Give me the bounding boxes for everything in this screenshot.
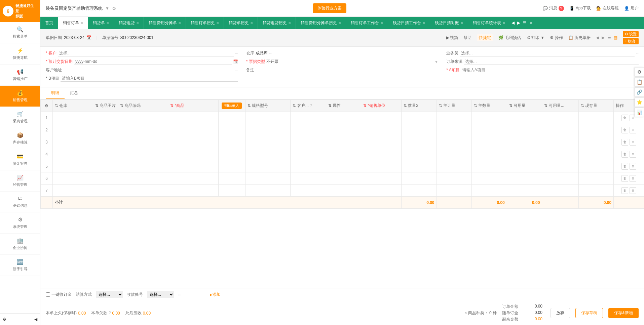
th-avail[interactable]: ⇅ 可用量: [507, 100, 542, 112]
row-spec[interactable]: [245, 112, 291, 124]
notes-input[interactable]: [256, 67, 439, 73]
app-download-btn[interactable]: 📱 App下载: [569, 5, 591, 11]
copy-row-btn[interactable]: ⊕: [630, 187, 636, 194]
right-star-btn[interactable]: ⭐: [635, 97, 644, 107]
row-code[interactable]: [118, 112, 168, 124]
row-qty2[interactable]: [401, 112, 437, 124]
sidebar-item-enterprise[interactable]: 🏢 企业协同: [0, 234, 40, 255]
row-unit[interactable]: [361, 112, 402, 124]
tab-close-icon[interactable]: ✕: [216, 21, 219, 25]
delete-row-btn[interactable]: 🗑: [621, 187, 628, 194]
th-avail2[interactable]: ⇅ 可用量...: [542, 100, 578, 112]
delete-row-btn[interactable]: 🗑: [621, 163, 628, 170]
delete-row-btn[interactable]: 🗑: [621, 127, 628, 133]
row-attr[interactable]: [326, 112, 361, 124]
print-btn[interactable]: 🖨 打印 ▼: [526, 35, 545, 41]
tab-sales-order-history[interactable]: 销售订单历史 ✕: [186, 17, 224, 29]
row-customer-code[interactable]: [291, 112, 326, 124]
th-stock[interactable]: ⇅ 现存量: [578, 100, 614, 112]
tab-close-icon[interactable]: ✕: [178, 21, 181, 25]
tab-sales-expense[interactable]: 销售费用分摊单 ✕: [144, 17, 186, 29]
th-image[interactable]: ⇅ 商品图片: [93, 100, 118, 112]
sidebar-item-purchase[interactable]: 🛒 采购管理: [0, 107, 40, 128]
deposit-amount[interactable]: 0.00: [185, 292, 205, 297]
row-product[interactable]: [168, 112, 218, 124]
nav-prev-icon[interactable]: ◀: [596, 35, 599, 40]
profit-btn[interactable]: 🌿 毛利预估: [498, 35, 521, 41]
tab-close-icon[interactable]: ✕: [338, 21, 341, 25]
tab-summary[interactable]: 汇总: [65, 87, 83, 99]
tab-workbench[interactable]: 销售订单工作台 ✕: [346, 17, 388, 29]
row-attr[interactable]: [326, 124, 361, 136]
copy-row-btn[interactable]: ⊕: [630, 139, 636, 146]
save-draft-btn[interactable]: 保存草稿: [575, 308, 603, 318]
th-warehouse[interactable]: ⇅ 仓库: [53, 100, 93, 112]
message-btn[interactable]: 💬 消息 9: [543, 5, 564, 11]
row-warehouse[interactable]: [53, 112, 93, 124]
project-a-input[interactable]: [461, 67, 639, 73]
add-logistics-btn[interactable]: + 物流: [623, 38, 639, 44]
tab-stats[interactable]: 销售订单统计表 ✕: [468, 17, 510, 29]
row-qty2[interactable]: [401, 124, 437, 136]
sidebar-collapse-icon[interactable]: ◀: [34, 317, 37, 322]
user-btn[interactable]: 👤 用户: [624, 5, 639, 11]
copy-row-btn[interactable]: ⊕: [630, 127, 636, 133]
delete-row-btn[interactable]: 🗑: [621, 175, 628, 182]
row-warehouse[interactable]: [53, 136, 93, 148]
help-icon[interactable]: ?: [310, 103, 312, 108]
row-warehouse[interactable]: [53, 124, 93, 136]
dropdown-icon[interactable]: ▼: [105, 6, 109, 11]
layout-grid-icon[interactable]: ▦: [614, 35, 617, 40]
tab-close-icon[interactable]: ✕: [502, 21, 505, 25]
row-customer-code[interactable]: [291, 124, 326, 136]
sidebar-item-quicknav[interactable]: ⚡ 快捷导航: [0, 43, 40, 65]
sidebar-item-search[interactable]: 🔍 搜索菜单: [0, 22, 40, 43]
calendar-icon[interactable]: 📅: [86, 35, 91, 40]
customer-addr-input[interactable]: [63, 67, 234, 73]
help-icon[interactable]: ?: [109, 311, 111, 315]
tab-sales-return[interactable]: 销货退货 ✕: [114, 17, 144, 29]
tab-home[interactable]: 首页: [40, 17, 58, 29]
tab-daily-clear[interactable]: 钱货日清工作台 ✕: [388, 17, 430, 29]
invoice-select[interactable]: 不开票 ▼: [266, 59, 439, 65]
th-spec[interactable]: ⇅ 规格型号: [245, 100, 291, 112]
th-attr[interactable]: ⇅ 属性: [326, 100, 361, 112]
salesperson-ellipsis[interactable]: ···: [636, 51, 639, 55]
th-unit[interactable]: ⇅ *销售单位: [361, 100, 402, 112]
right-settings-btn[interactable]: ⚙: [635, 67, 644, 77]
order-source-input[interactable]: [464, 58, 639, 65]
nav-next-icon[interactable]: ▶: [602, 35, 605, 40]
history-btn[interactable]: 📋 历史单据: [568, 35, 591, 41]
right-clipboard-btn[interactable]: 📋: [635, 77, 644, 87]
sidebar-item-marketing[interactable]: 📢 营销推广: [0, 65, 40, 86]
shortcut-btn[interactable]: 快捷键: [477, 34, 493, 41]
tab-sales-order[interactable]: 销售订单 ✕: [58, 17, 88, 29]
save-new-btn[interactable]: 保存&新增: [608, 308, 639, 318]
copy-row-btn[interactable]: ⊕: [630, 175, 636, 182]
industry-btn[interactable]: 体验行业方案: [313, 3, 346, 13]
tab-close-icon[interactable]: ✕: [380, 21, 383, 25]
th-settings[interactable]: ⚙: [41, 100, 53, 112]
tab-reconcile[interactable]: 钱货日清对账 ✕: [430, 17, 468, 29]
settle-select[interactable]: 选择...: [96, 291, 123, 298]
tab-return-history[interactable]: 销货退货历史 ✕: [258, 17, 296, 29]
salesperson-input[interactable]: [460, 50, 634, 56]
tab-menu[interactable]: ☰: [522, 21, 528, 25]
sidebar-item-base[interactable]: 🗂 基础信息: [0, 192, 40, 212]
th-main-qty[interactable]: ⇅ 主数量: [472, 100, 507, 112]
help-btn[interactable]: 帮助: [463, 35, 471, 41]
sidebar-item-operations[interactable]: 📈 经营管理: [0, 170, 40, 192]
tab-close-icon[interactable]: ✕: [106, 21, 109, 25]
sidebar-item-inventory[interactable]: 📦 库存核算: [0, 128, 40, 149]
tab-sales-bill[interactable]: 销货单 ✕: [88, 17, 114, 29]
settings-icon[interactable]: ⚙: [112, 6, 116, 11]
row-code[interactable]: [118, 124, 168, 136]
right-link-btn[interactable]: 🔗: [635, 87, 644, 97]
row-product[interactable]: [168, 124, 218, 136]
three-dots-payment[interactable]: ···: [178, 292, 181, 297]
tab-close-icon[interactable]: ✕: [288, 21, 291, 25]
copy-row-btn[interactable]: ⊕: [630, 163, 636, 170]
deposit-checkbox[interactable]: [46, 292, 50, 297]
th-qty2[interactable]: ⇅ 数量2: [401, 100, 437, 112]
layout-list-icon[interactable]: ☰: [607, 35, 611, 40]
